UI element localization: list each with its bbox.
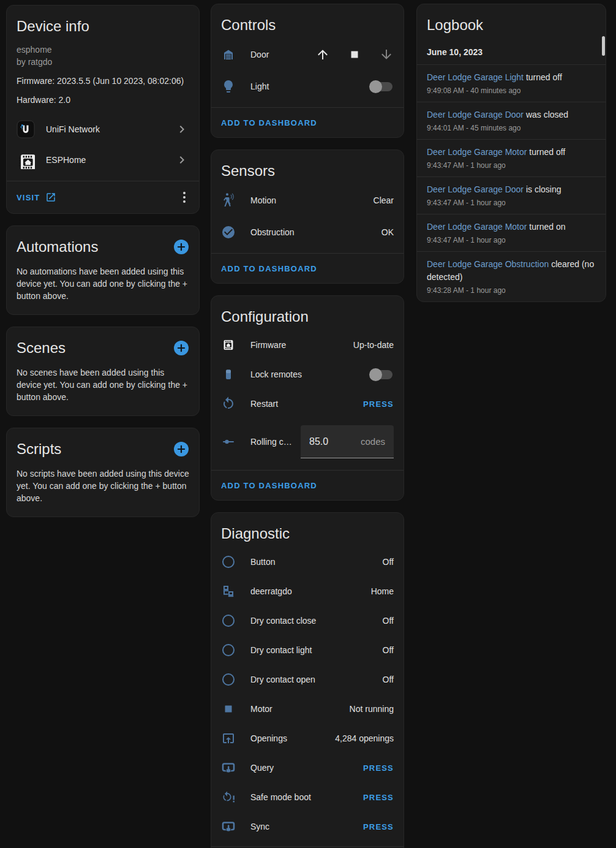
device-page: Device info esphome by ratgdo Firmware: … — [0, 0, 616, 848]
row-state: Up-to-date — [353, 340, 394, 350]
row-label: Query — [250, 763, 357, 773]
logbook-timestamp: 9:44:01 AM - 45 minutes ago — [427, 123, 596, 133]
row-deerratgdo[interactable]: deerratgdo Home — [211, 577, 404, 606]
row-label: Dry contact open — [250, 675, 377, 684]
row-lock-remotes[interactable]: Lock remotes — [211, 360, 404, 389]
device-info-card: Device info esphome by ratgdo Firmware: … — [6, 5, 200, 214]
row-safe-mode-boot[interactable]: Safe mode boot PRESS — [211, 782, 404, 812]
logbook-scrollbar-thumb[interactable] — [602, 36, 605, 56]
logbook-entity-link[interactable]: Deer Lodge Garage Door — [427, 184, 524, 194]
remote-icon — [221, 367, 236, 382]
logbook-timestamp: 9:43:28 AM - 1 hour ago — [427, 286, 596, 295]
scenes-card: Scenes No scenes have been added using t… — [6, 327, 200, 416]
safe-mode-boot-press-button[interactable]: PRESS — [363, 793, 394, 802]
toggle-thumb — [369, 368, 382, 381]
row-button[interactable]: Button Off — [211, 547, 404, 577]
logbook-action: turned on — [529, 222, 565, 232]
row-dry-contact-open[interactable]: Dry contact open Off — [211, 665, 404, 694]
row-label: Obstruction — [250, 227, 375, 237]
row-dry-contact-light[interactable]: Dry contact light Off — [211, 635, 404, 665]
device-hardware-version: Hardware: 2.0 — [7, 87, 199, 106]
door-stop-button[interactable] — [347, 47, 362, 62]
row-motion[interactable]: Motion Clear — [211, 184, 404, 216]
row-firmware[interactable]: Firmware Up-to-date — [211, 330, 404, 360]
row-label: Firmware — [250, 340, 347, 350]
lock-remotes-toggle[interactable] — [370, 370, 393, 379]
row-sync[interactable]: Sync PRESS — [211, 812, 404, 841]
logbook-action: was closed — [526, 110, 568, 119]
garage-icon — [221, 47, 236, 62]
configuration-card: Configuration Firmware Up-to-date Lock r… — [211, 295, 404, 501]
open-in-new-icon — [45, 192, 56, 203]
row-label: Dry contact light — [250, 645, 377, 655]
logbook-timestamp: 9:43:47 AM - 1 hour ago — [427, 198, 596, 208]
logbook-entity-link[interactable]: Deer Lodge Garage Obstruction — [427, 259, 549, 269]
row-label: Dry contact close — [250, 616, 377, 626]
card-title: Scripts — [17, 441, 61, 458]
row-door[interactable]: Door — [211, 39, 404, 70]
row-dry-contact-close[interactable]: Dry contact close Off — [211, 606, 404, 635]
logbook-entry: Deer Lodge Garage Motor turned on 9:43:4… — [417, 214, 606, 251]
page-title: Device info — [7, 6, 199, 40]
chevron-right-icon — [175, 122, 189, 137]
row-motor[interactable]: Motor Not running — [211, 694, 404, 724]
overflow-menu-button[interactable] — [177, 190, 192, 205]
gesture-tap-button-icon — [221, 760, 236, 775]
row-light[interactable]: Light — [211, 70, 404, 102]
integration-row-unifi[interactable]: UniFi Network — [7, 115, 199, 144]
empty-state-text: No scenes have been added using this dev… — [7, 362, 199, 415]
card-title: Logbook — [417, 4, 606, 39]
add-automation-button[interactable] — [173, 239, 189, 255]
restart-press-button[interactable]: PRESS — [363, 399, 394, 409]
lan-icon — [221, 584, 236, 599]
left-column: Device info esphome by ratgdo Firmware: … — [6, 0, 200, 529]
row-state: Off — [383, 645, 394, 655]
door-open-button[interactable] — [315, 47, 330, 62]
card-title: Automations — [17, 238, 98, 256]
unifi-logo-icon — [17, 120, 35, 138]
logbook-timestamp: 9:49:08 AM - 40 minutes ago — [427, 86, 596, 96]
empty-state-text: No automations have been added using thi… — [7, 260, 199, 314]
logbook-entity-link[interactable]: Deer Lodge Garage Light — [427, 72, 524, 82]
logbook-entity-link[interactable]: Deer Lodge Garage Motor — [427, 222, 527, 232]
logbook-entity-link[interactable]: Deer Lodge Garage Motor — [427, 147, 527, 157]
visit-button[interactable]: VISIT — [17, 192, 56, 203]
scripts-card: Scripts No scripts have been added using… — [6, 428, 200, 517]
visit-button-label: VISIT — [17, 193, 40, 202]
add-to-dashboard-button[interactable]: ADD TO DASHBOARD — [221, 118, 317, 127]
row-state: OK — [381, 227, 394, 237]
arrow-up-icon — [315, 47, 330, 62]
logbook-entry: Deer Lodge Garage Motor turned off 9:43:… — [417, 139, 606, 176]
row-obstruction[interactable]: Obstruction OK — [211, 216, 404, 248]
circle-outline-icon — [221, 613, 236, 629]
sync-press-button[interactable]: PRESS — [363, 822, 394, 831]
row-openings[interactable]: Openings 4,284 openings — [211, 724, 404, 753]
row-state: Off — [383, 675, 394, 684]
row-rolling-code[interactable]: Rolling co… 85.0 codes — [211, 418, 404, 465]
query-press-button[interactable]: PRESS — [363, 763, 394, 773]
add-scene-button[interactable] — [173, 340, 189, 356]
add-to-dashboard-button[interactable]: ADD TO DASHBOARD — [221, 264, 317, 273]
row-label: Light — [250, 81, 364, 91]
restart-alert-icon — [221, 790, 236, 804]
circle-outline-icon — [221, 554, 236, 570]
logbook-timestamp: 9:43:47 AM - 1 hour ago — [427, 161, 596, 170]
row-query[interactable]: Query PRESS — [211, 753, 404, 782]
right-column: Logbook June 10, 2023 Deer Lodge Garage … — [416, 0, 606, 314]
device-firmware-version: Firmware: 2023.5.5 (Jun 10 2023, 08:02:0… — [7, 68, 199, 87]
rolling-code-input[interactable]: 85.0 codes — [301, 425, 394, 458]
circle-outline-icon — [221, 642, 236, 658]
light-toggle[interactable] — [370, 82, 393, 91]
logbook-entity-link[interactable]: Deer Lodge Garage Door — [427, 110, 524, 119]
controls-card: Controls Door Light A — [211, 4, 404, 138]
row-restart[interactable]: Restart PRESS — [211, 389, 404, 418]
add-script-button[interactable] — [173, 441, 189, 457]
logbook-timestamp: 9:43:47 AM - 1 hour ago — [427, 235, 596, 245]
restart-icon — [221, 396, 236, 411]
device-app-name: esphome — [7, 40, 199, 56]
add-to-dashboard-button[interactable]: ADD TO DASHBOARD — [221, 481, 317, 490]
door-close-button[interactable] — [379, 47, 394, 62]
row-label: Lock remotes — [250, 369, 364, 379]
integration-row-esphome[interactable]: ESPHome — [7, 145, 199, 175]
logbook-entry: Deer Lodge Garage Obstruction cleared (n… — [417, 251, 606, 301]
